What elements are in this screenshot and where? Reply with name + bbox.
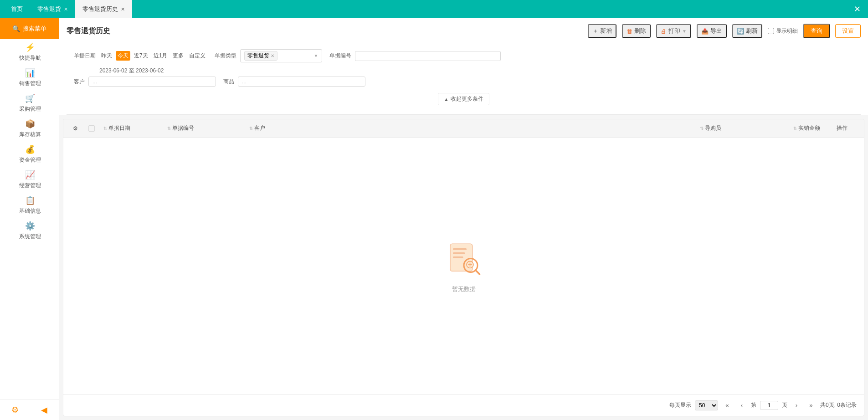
date-opt-custom[interactable]: 自定义 — [187, 51, 207, 61]
page-unit: 页 — [782, 401, 787, 409]
doc-type-tag-remove[interactable]: ✕ — [271, 53, 274, 58]
tab-bar: 首页 零售退货 ✕ 零售退货历史 ✕ — [4, 0, 854, 18]
page-title-row: 零售退货历史 ＋ 新增 🗑 删除 🖨 打印 ▼ — [67, 24, 861, 38]
delete-icon: 🗑 — [627, 28, 632, 35]
collapse-button[interactable]: ▲ 收起更多条件 — [438, 93, 489, 105]
refresh-label: 刷新 — [746, 27, 758, 35]
th-checkbox[interactable] — [83, 125, 100, 132]
sidebar-item-finance-label: 资金管理 — [19, 156, 41, 164]
sidebar-search[interactable]: 🔍 搜索菜单 — [0, 18, 59, 39]
filter-customer: 客户 ... — [74, 77, 216, 87]
filter-row-2: 客户 ... 商品 ... — [74, 77, 853, 87]
customer-placeholder: ... — [92, 78, 97, 85]
refresh-button[interactable]: 🔄 刷新 — [732, 24, 762, 38]
th-action: 操作 — [824, 124, 860, 132]
collapse-up-icon: ▲ — [444, 97, 449, 102]
date-opt-1month[interactable]: 近1月 — [152, 51, 169, 61]
doc-num-label: 单据编号 — [329, 52, 351, 60]
column-settings-icon[interactable]: ⚙ — [73, 125, 78, 132]
page-label: 第 — [751, 401, 756, 409]
th-customer: ⇅ 客户 — [246, 124, 696, 132]
sidebar-item-base-info-label: 基础信息 — [19, 207, 41, 215]
empty-state-icon — [443, 239, 484, 280]
page-title: 零售退货历史 — [67, 26, 110, 36]
date-range-text: 2023-06-02 至 2023-06-02 — [99, 67, 164, 75]
th-date: ⇅ 单据日期 — [100, 124, 164, 132]
sys-mgmt-icon: ⚙️ — [25, 221, 35, 231]
customer-label: 客户 — [74, 78, 85, 86]
tab-retail-return-history-label: 零售退货历史 — [82, 5, 118, 13]
page-input[interactable] — [760, 401, 778, 410]
th-amount: ⇅ 实销金额 — [769, 124, 824, 132]
doc-type-tag-label: 零售退货 — [247, 52, 269, 60]
doc-type-label: 单据类型 — [215, 52, 236, 60]
purchase-mgmt-icon: 🛒 — [25, 93, 35, 103]
display-detail-checkbox[interactable] — [768, 28, 774, 34]
sidebar-item-quick-nav[interactable]: ⚡ 快捷导航 — [0, 39, 59, 65]
sort-doc-num-icon[interactable]: ⇅ — [167, 126, 171, 131]
sidebar-item-sys-mgmt[interactable]: ⚙️ 系统管理 — [0, 218, 59, 243]
sidebar-nav: ⚡ 快捷导航 📊 销售管理 🛒 采购管理 📦 库存核算 💰 资金管理 📈 — [0, 39, 59, 399]
quick-nav-icon: ⚡ — [25, 42, 35, 52]
page-size-select[interactable]: 50 10 20 100 — [695, 400, 718, 410]
sidebar-item-sales-mgmt-label: 销售管理 — [19, 80, 41, 87]
collapse-icon[interactable]: ◀ — [41, 405, 47, 415]
tab-retail-return-history-close[interactable]: ✕ — [121, 6, 125, 12]
add-button[interactable]: ＋ 新增 — [588, 24, 616, 38]
doc-num-input[interactable] — [355, 51, 501, 61]
date-options: 昨天 今天 近7天 近1月 更多 自定义 — [99, 51, 207, 61]
sidebar-item-purchase-mgmt[interactable]: 🛒 采购管理 — [0, 90, 59, 116]
doc-type-chevron-icon: ▼ — [313, 53, 318, 58]
settings-button[interactable]: 设置 — [835, 24, 861, 38]
total-info: 共0页, 0条记录 — [820, 401, 857, 409]
sidebar-item-sales-mgmt[interactable]: 📊 销售管理 — [0, 65, 59, 90]
sidebar-item-finance[interactable]: 💰 资金管理 — [0, 141, 59, 167]
th-customer-label: 客户 — [254, 124, 265, 132]
select-all-checkbox[interactable] — [88, 125, 95, 132]
print-button[interactable]: 🖨 打印 ▼ — [656, 24, 691, 38]
doc-date-label: 单据日期 — [74, 52, 96, 60]
sidebar-item-base-info[interactable]: 📋 基础信息 — [0, 192, 59, 218]
doc-type-select[interactable]: 零售退货 ✕ ▼ — [240, 49, 322, 62]
settings-icon[interactable]: ⚙ — [11, 405, 19, 415]
export-icon: 📤 — [701, 28, 709, 35]
export-button[interactable]: 📤 导出 — [697, 24, 727, 38]
sort-amount-icon[interactable]: ⇅ — [793, 126, 797, 131]
tab-retail-return[interactable]: 零售退货 ✕ — [30, 0, 75, 18]
page-last-btn[interactable]: » — [806, 400, 817, 411]
tab-home[interactable]: 首页 — [4, 0, 30, 18]
page-first-btn[interactable]: « — [722, 400, 733, 411]
toolbar: ＋ 新增 🗑 删除 🖨 打印 ▼ 📤 导出 — [588, 24, 861, 38]
th-date-label: 单据日期 — [108, 124, 130, 132]
th-settings[interactable]: ⚙ — [67, 125, 83, 132]
main-layout: 🔍 搜索菜单 ⚡ 快捷导航 📊 销售管理 🛒 采购管理 📦 库存核算 💰 — [0, 18, 868, 420]
pagination: 每页显示 50 10 20 100 « ‹ 第 页 › » 共0页, 0条记录 — [63, 394, 864, 416]
customer-select[interactable]: ... — [88, 77, 216, 87]
collapse-row: ▲ 收起更多条件 — [74, 91, 853, 109]
refresh-icon: 🔄 — [737, 28, 744, 35]
page-next-btn[interactable]: › — [791, 400, 802, 411]
sort-date-icon[interactable]: ⇅ — [103, 126, 107, 131]
date-opt-today[interactable]: 今天 — [116, 51, 130, 61]
tab-retail-return-history[interactable]: 零售退货历史 ✕ — [75, 0, 132, 18]
window-close-icon[interactable]: ✕ — [854, 5, 861, 14]
table-container: ⚙ ⇅ 单据日期 ⇅ 单据编号 ⇅ 客户 ⇅ — [63, 119, 864, 416]
sidebar-item-inventory[interactable]: 📦 库存核算 — [0, 116, 59, 141]
goods-select[interactable]: ... — [238, 77, 365, 87]
delete-button[interactable]: 🗑 删除 — [622, 24, 651, 38]
svg-rect-2 — [453, 252, 465, 254]
sidebar-item-operations[interactable]: 📈 经营管理 — [0, 167, 59, 192]
tab-retail-return-close[interactable]: ✕ — [64, 6, 68, 12]
filter-date-range-item: 2023-06-02 至 2023-06-02 — [74, 67, 164, 75]
date-opt-more[interactable]: 更多 — [171, 51, 185, 61]
inventory-icon: 📦 — [25, 119, 35, 129]
page-prev-btn[interactable]: ‹ — [736, 400, 747, 411]
top-bar-right: ✕ — [854, 4, 868, 14]
sort-guide-icon[interactable]: ⇅ — [700, 126, 704, 131]
query-button[interactable]: 查询 — [803, 24, 830, 38]
sort-customer-icon[interactable]: ⇅ — [249, 126, 253, 131]
date-opt-7days[interactable]: 近7天 — [132, 51, 150, 61]
date-opt-yesterday[interactable]: 昨天 — [99, 51, 114, 61]
goods-placeholder: ... — [242, 78, 247, 85]
doc-type-tag: 零售退货 ✕ — [244, 51, 277, 61]
